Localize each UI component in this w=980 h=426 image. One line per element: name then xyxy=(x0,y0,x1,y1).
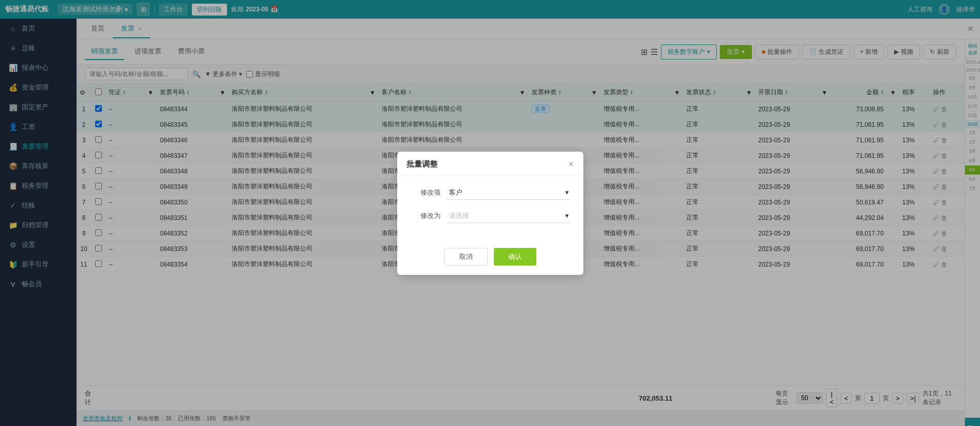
modal-value-label: 修改为 xyxy=(410,211,441,221)
modal-overlay: 批量调整 × 修改项 客户 ▾ 修改为 请选择 ▾ 取消 确认 xyxy=(0,0,980,426)
modal-field-row: 修改项 客户 ▾ xyxy=(410,186,571,200)
chevron-down-icon4: ▾ xyxy=(565,188,569,196)
modal-field-label: 修改项 xyxy=(410,188,441,197)
batch-adjust-modal: 批量调整 × 修改项 客户 ▾ 修改为 请选择 ▾ 取消 确认 xyxy=(397,152,583,275)
modal-body: 修改项 客户 ▾ 修改为 请选择 ▾ xyxy=(397,175,583,243)
chevron-down-icon5: ▾ xyxy=(565,212,569,219)
modal-field-select[interactable]: 客户 ▾ xyxy=(447,186,571,200)
modal-footer: 取消 确认 xyxy=(397,243,583,275)
modal-cancel-btn[interactable]: 取消 xyxy=(444,248,488,266)
modal-confirm-btn[interactable]: 确认 xyxy=(494,248,536,266)
modal-close-btn[interactable]: × xyxy=(568,159,574,170)
modal-value-row: 修改为 请选择 ▾ xyxy=(410,209,571,223)
modal-title: 批量调整 xyxy=(406,159,438,169)
modal-value-select[interactable]: 请选择 ▾ xyxy=(447,209,571,223)
modal-header: 批量调整 × xyxy=(397,152,583,175)
